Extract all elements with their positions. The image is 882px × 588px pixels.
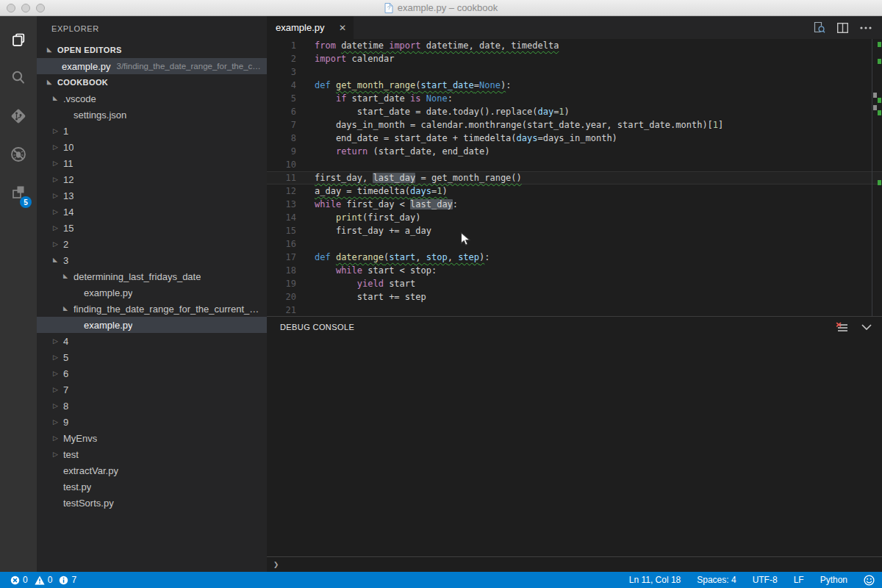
tree-item[interactable]: extractVar.py	[37, 462, 267, 478]
code-line-13[interactable]: 13while first_day < last_day:	[267, 198, 882, 211]
status-item[interactable]: UTF-8	[753, 575, 778, 585]
tree-item[interactable]: example.py	[37, 317, 267, 333]
code-line-8[interactable]: 8 end_date = start_date + timedelta(days…	[267, 132, 882, 145]
twisty-collapsed-icon[interactable]: ▷	[53, 128, 63, 135]
tree-item[interactable]: ▷MyEnvs	[37, 430, 267, 446]
twisty-expanded-icon[interactable]: ◣	[63, 273, 74, 279]
twisty-collapsed-icon[interactable]: ▷	[53, 387, 63, 393]
twisty-collapsed-icon[interactable]: ▷	[53, 370, 63, 377]
problems-infos[interactable]: 7	[59, 575, 76, 585]
zoom-button[interactable]	[36, 4, 45, 12]
folder-section-header[interactable]: ◣ COOKBOOK	[37, 74, 267, 90]
code-line-10[interactable]: 10	[267, 158, 882, 171]
tree-item[interactable]: ▷1	[37, 123, 267, 139]
twisty-collapsed-icon[interactable]: ▷	[53, 225, 63, 232]
twisty-collapsed-icon[interactable]: ▷	[53, 193, 63, 199]
tree-item[interactable]: ▷14	[37, 204, 267, 220]
panel-title[interactable]: DEBUG CONSOLE	[280, 323, 354, 331]
activitybar-extensions[interactable]: 5	[0, 173, 37, 212]
open-editor-item[interactable]: example.py 3/finding_the_date_range_for_…	[37, 58, 267, 74]
open-preview-button[interactable]	[813, 21, 825, 34]
twisty-collapsed-icon[interactable]: ▷	[53, 209, 63, 215]
tree-item[interactable]: ▷15	[37, 220, 267, 236]
code-line-12[interactable]: 12a_day = timedelta(days=1)	[267, 184, 882, 198]
code-editor[interactable]: 1from datetime import datetime, date, ti…	[267, 39, 882, 316]
twisty-collapsed-icon[interactable]: ▷	[53, 354, 63, 361]
tree-item[interactable]: settings.json	[37, 107, 267, 123]
debug-console-output[interactable]	[267, 337, 882, 556]
twisty-collapsed-icon[interactable]: ▷	[53, 338, 63, 345]
tree-item[interactable]: test.py	[37, 478, 267, 495]
tree-item[interactable]: ◣3	[37, 252, 267, 268]
tree-item[interactable]: ▷test	[37, 446, 267, 462]
close-button[interactable]	[7, 4, 15, 12]
status-item[interactable]: Spaces: 4	[697, 575, 736, 585]
status-item[interactable]: Ln 11, Col 18	[629, 575, 681, 585]
twisty-collapsed-icon[interactable]: ▷	[53, 160, 63, 167]
code-line-3[interactable]: 3	[267, 65, 882, 79]
line-content: while start < stop:	[296, 264, 437, 277]
code-line-17[interactable]: 17def daterange(start, stop, step):	[267, 251, 882, 264]
code-line-15[interactable]: 15 first_day += a_day	[267, 224, 882, 237]
problems-warnings[interactable]: 0	[35, 575, 53, 585]
code-line-9[interactable]: 9 return (start_date, end_date)	[267, 145, 882, 158]
code-line-18[interactable]: 18 while start < stop:	[267, 264, 882, 277]
code-line-2[interactable]: 2import calendar	[267, 52, 882, 65]
tree-item[interactable]: ▷2	[37, 236, 267, 252]
status-item[interactable]: LF	[794, 575, 804, 585]
twisty-expanded-icon[interactable]: ◣	[53, 96, 63, 101]
twisty-collapsed-icon[interactable]: ▷	[53, 241, 63, 248]
tree-item[interactable]: example.py	[37, 284, 267, 301]
code-line-1[interactable]: 1from datetime import datetime, date, ti…	[267, 39, 882, 52]
tab-close-icon[interactable]: ✕	[337, 23, 348, 33]
code-line-19[interactable]: 19 yield start	[267, 277, 882, 290]
minimize-button[interactable]	[21, 4, 30, 12]
code-line-16[interactable]: 16	[267, 237, 882, 251]
feedback-smiley[interactable]	[864, 575, 875, 586]
twisty-collapsed-icon[interactable]: ▷	[53, 435, 63, 442]
tree-item[interactable]: ▷12	[37, 171, 267, 187]
tree-item[interactable]: ▷11	[37, 155, 267, 171]
activitybar-source-control[interactable]	[0, 97, 37, 135]
activitybar-search[interactable]	[0, 59, 37, 97]
tree-item[interactable]: ▷10	[37, 139, 267, 155]
debug-console-input[interactable]: ❯	[267, 556, 882, 572]
code-line-21[interactable]: 21	[267, 304, 882, 316]
tree-item[interactable]: ◣determining_last_fridays_date	[37, 268, 267, 284]
more-actions-button[interactable]	[860, 26, 872, 29]
code-line-11[interactable]: 11first_day, last_day = get_month_range(…	[267, 171, 882, 184]
activitybar-debug[interactable]	[0, 135, 37, 173]
code-line-7[interactable]: 7 days_in_month = calendar.monthrange(st…	[267, 118, 882, 132]
code-line-6[interactable]: 6 start_date = date.today().replace(day=…	[267, 105, 882, 118]
tree-item[interactable]: ▷5	[37, 349, 267, 365]
tree-item[interactable]: ◣finding_the_date_range_for_the_current_…	[37, 301, 267, 317]
tree-item[interactable]: ◣.vscode	[37, 90, 267, 107]
tree-item[interactable]: ▷4	[37, 333, 267, 349]
tree-item[interactable]: ▷8	[37, 398, 267, 414]
twisty-expanded-icon[interactable]: ◣	[53, 257, 63, 263]
code-line-5[interactable]: 5 if start_date is None:	[267, 92, 882, 105]
tab-example-py[interactable]: example.py ✕	[267, 16, 354, 39]
twisty-collapsed-icon[interactable]: ▷	[53, 176, 63, 183]
tree-item[interactable]: testSorts.py	[37, 495, 267, 511]
code-line-14[interactable]: 14 print(first_day)	[267, 211, 882, 224]
twisty-collapsed-icon[interactable]: ▷	[53, 144, 63, 151]
tree-item[interactable]: ▷13	[37, 187, 267, 204]
twisty-expanded-icon[interactable]: ◣	[63, 306, 74, 312]
collapse-panel-button[interactable]	[861, 324, 872, 330]
twisty-collapsed-icon[interactable]: ▷	[53, 403, 63, 409]
code-line-4[interactable]: 4def get_month_range(start_date=None):	[267, 79, 882, 92]
status-item[interactable]: Python	[820, 575, 847, 585]
twisty-collapsed-icon[interactable]: ▷	[53, 419, 63, 426]
split-editor-button[interactable]	[837, 23, 848, 33]
tree-item[interactable]: ▷7	[37, 381, 267, 398]
tree-item[interactable]: ▷6	[37, 365, 267, 381]
twisty-collapsed-icon[interactable]: ▷	[53, 451, 63, 458]
code-line-20[interactable]: 20 start += step	[267, 290, 882, 304]
tree-item-label: 13	[63, 190, 74, 201]
problems-errors[interactable]: 0	[10, 575, 28, 585]
tree-item[interactable]: ▷9	[37, 414, 267, 430]
clear-console-button[interactable]	[836, 322, 848, 333]
activitybar-explorer[interactable]	[0, 21, 37, 59]
open-editors-header[interactable]: ◣ OPEN EDITORS	[37, 42, 267, 58]
